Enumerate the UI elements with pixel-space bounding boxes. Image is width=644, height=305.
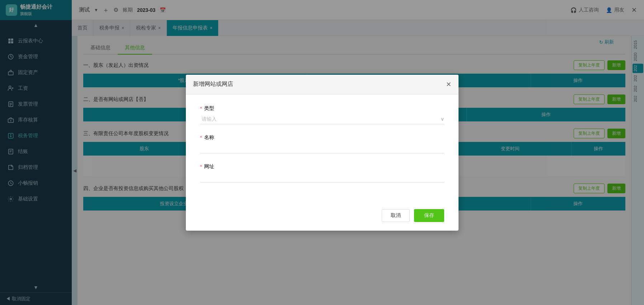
name-input[interactable] [200, 143, 444, 153]
type-dropdown-icon[interactable]: ∨ [441, 116, 444, 122]
url-required-mark: * [200, 164, 202, 170]
name-required-mark: * [200, 135, 202, 140]
dialog-overlay[interactable]: 新增网站或网店 ✕ * 类型 ∨ * 名称 [0, 0, 644, 305]
dialog-title: 新增网站或网店 [193, 80, 233, 88]
url-input[interactable] [200, 172, 444, 182]
add-website-dialog: 新增网站或网店 ✕ * 类型 ∨ * 名称 [186, 75, 459, 231]
cancel-button[interactable]: 取消 [382, 209, 410, 222]
form-row-type: * 类型 ∨ [200, 105, 444, 124]
save-button[interactable]: 保存 [414, 209, 444, 222]
name-label: 名称 [204, 134, 214, 141]
form-row-name: * 名称 [200, 134, 444, 153]
dialog-header: 新增网站或网店 ✕ [186, 75, 459, 94]
type-required-mark: * [200, 106, 202, 111]
name-input-wrap [200, 143, 444, 153]
type-label: 类型 [204, 105, 214, 112]
form-row-url: * 网址 [200, 163, 444, 182]
dialog-close-button[interactable]: ✕ [446, 80, 451, 88]
dialog-footer: 取消 保存 [186, 203, 459, 231]
url-input-wrap [200, 172, 444, 182]
dialog-body: * 类型 ∨ * 名称 * 网址 [186, 94, 459, 203]
url-label: 网址 [204, 163, 214, 170]
type-input[interactable] [200, 114, 441, 124]
type-input-wrap: ∨ [200, 114, 444, 124]
